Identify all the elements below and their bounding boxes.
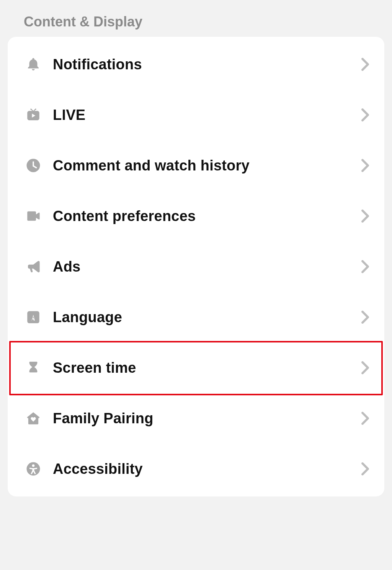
row-history[interactable]: Comment and watch history — [8, 140, 384, 191]
chevron-right-icon — [360, 362, 371, 373]
hourglass-icon — [24, 359, 42, 377]
chevron-right-icon — [360, 59, 371, 70]
row-label: Notifications — [53, 56, 360, 73]
row-label: Content preferences — [53, 208, 360, 224]
row-label: Ads — [53, 259, 360, 275]
chevron-right-icon — [360, 464, 371, 474]
row-ads[interactable]: Ads — [8, 241, 384, 292]
row-screen-time[interactable]: Screen time — [8, 342, 384, 393]
row-language[interactable]: Language — [8, 292, 384, 342]
section-header: Content & Display — [0, 0, 392, 37]
chevron-right-icon — [360, 160, 371, 171]
chevron-right-icon — [360, 413, 371, 424]
megaphone-icon — [24, 258, 42, 275]
chevron-right-icon — [360, 110, 371, 120]
row-accessibility[interactable]: Accessibility — [8, 444, 384, 494]
row-label: LIVE — [53, 107, 360, 123]
bell-icon — [24, 56, 42, 73]
chevron-right-icon — [360, 312, 371, 323]
svg-rect-0 — [27, 311, 39, 323]
chevron-right-icon — [360, 261, 371, 272]
row-label: Accessibility — [53, 461, 360, 477]
accessibility-icon — [24, 460, 42, 478]
row-live[interactable]: LIVE — [8, 90, 384, 140]
row-label: Family Pairing — [53, 410, 360, 427]
chevron-right-icon — [360, 211, 371, 221]
row-label: Screen time — [53, 360, 360, 376]
video-camera-icon — [24, 207, 42, 225]
row-notifications[interactable]: Notifications — [8, 39, 384, 90]
live-tv-icon — [24, 106, 42, 124]
settings-panel: Notifications LIVE Comment and watch his… — [8, 37, 384, 496]
home-heart-icon — [24, 409, 42, 427]
clock-icon — [24, 157, 42, 174]
row-family-pairing[interactable]: Family Pairing — [8, 393, 384, 444]
language-a-icon — [24, 308, 42, 326]
svg-point-2 — [32, 464, 35, 467]
row-content-preferences[interactable]: Content preferences — [8, 191, 384, 241]
row-label: Language — [53, 309, 360, 326]
row-label: Comment and watch history — [53, 157, 360, 174]
